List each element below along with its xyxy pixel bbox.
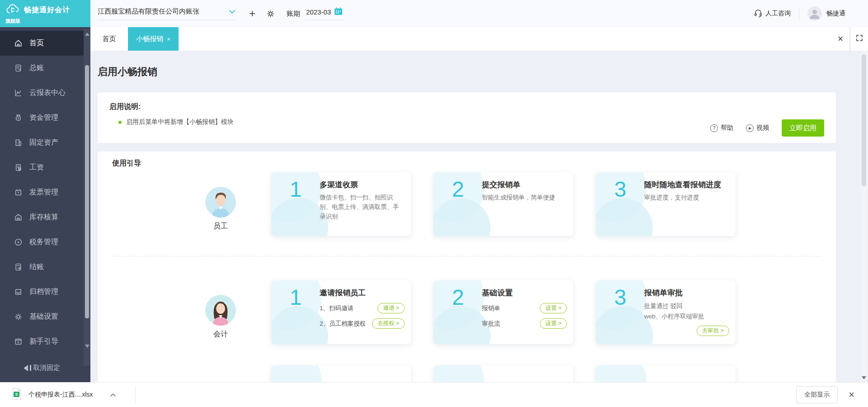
authorize-button[interactable]: 去授权 > (372, 318, 405, 329)
close-all-tabs-button[interactable]: × (832, 27, 849, 51)
period-value: 2023-03 (306, 8, 331, 16)
svg-text:S: S (15, 392, 18, 397)
headset-icon (754, 9, 763, 19)
card-desc: web、小程序双端审批 (644, 312, 729, 322)
svg-text:¥: ¥ (17, 191, 19, 194)
sidebar-item-home[interactable]: 首页 (0, 31, 90, 56)
page-title: 启用小畅报销 (98, 65, 868, 79)
svg-text:¥: ¥ (17, 117, 19, 120)
help-icon: ? (710, 124, 718, 132)
brand-name: 畅捷通好会计 (24, 5, 70, 15)
live-support-button[interactable]: 人工咨询 (754, 9, 791, 19)
username[interactable]: 畅捷通 (826, 9, 845, 18)
sidebar-item-tax[interactable]: ¥ 税务管理 (0, 230, 90, 255)
tab-home[interactable]: 首页 (90, 27, 128, 51)
sidebar-item-label: 首页 (29, 38, 44, 48)
company-selector[interactable]: 江西服宝精品有限责任公司内账张 (98, 7, 236, 20)
card-decor-circle (596, 198, 653, 236)
go-approve-button[interactable]: 去审批 > (697, 326, 729, 336)
card-line-text: 1、扫码邀请 (320, 304, 354, 312)
sidebar-item-invoices[interactable]: ¥ 发票管理 (0, 180, 90, 205)
card-title: 随时随地查看报销进度 (644, 180, 729, 190)
role-label: 会计 (205, 330, 236, 339)
page-scrollbar-thumb[interactable] (862, 54, 866, 186)
file-options-chevron[interactable] (110, 393, 116, 397)
sidebar-item-label: 基础设置 (29, 312, 58, 322)
accountant-avatar (205, 295, 236, 326)
calendar-icon (334, 7, 343, 17)
period-label: 账期 (287, 9, 300, 18)
user-avatar[interactable] (807, 6, 822, 21)
sidebar-item-label: 总账 (29, 63, 44, 73)
add-account-button[interactable]: + (249, 7, 255, 20)
sidebar-item-label: 工资 (29, 163, 44, 172)
sidebar-item-inventory[interactable]: 库存核算 (0, 205, 90, 230)
sidebar-item-funds[interactable]: ¥ 资金管理 (0, 105, 90, 130)
scroll-down-icon[interactable] (862, 376, 866, 379)
sidebar-scrollbar[interactable] (84, 29, 90, 366)
sidebar-item-fixed-assets[interactable]: 固定资产 (0, 130, 90, 155)
role-label: 员工 (205, 222, 236, 231)
play-icon: ▶ (746, 124, 754, 132)
help-link[interactable]: ? 帮助 (710, 124, 733, 132)
settings-gear-icon[interactable] (266, 9, 275, 18)
guide-card: 2 基础设置 报销单 设置 > 审批流 设置 > (434, 280, 573, 344)
card-line-text: 审批流 (482, 320, 500, 328)
excel-file-icon: S (12, 388, 22, 402)
sidebar-item-payroll[interactable]: 工资 (0, 155, 90, 180)
sidebar-item-label: 固定资产 (29, 138, 58, 147)
sidebar-item-settings[interactable]: 基础设置 (0, 304, 90, 329)
warehouse-icon (14, 213, 23, 222)
main-content: 启用小畅报销 启用说明: 启用后菜单中将新增【小畅报销】模块 ? 帮助 ▶ 视频… (90, 51, 868, 382)
sidebar: 畅捷通好会计 旗舰版 首页 ¥ 总账 云报表中心 ¥ 资金管理 固定资产 工资 (0, 0, 90, 382)
sidebar-scrollbar-thumb[interactable] (85, 65, 89, 318)
enable-now-button[interactable]: 立即启用 (782, 119, 824, 137)
guide-card: 3 随时随地查看报销进度 审批进度，支付进度 (596, 172, 736, 236)
sidebar-item-closing[interactable]: 结账 (0, 255, 90, 279)
enable-heading: 启用说明: (109, 102, 824, 112)
guide-card: 2 提交报销单 智能生成报销单，简单便捷 (434, 172, 573, 236)
guide-card-partial (596, 365, 736, 382)
scroll-down-icon[interactable] (85, 345, 90, 348)
tab-xiaochang-baoxiao[interactable]: 小畅报销 × (128, 27, 179, 51)
sidebar-item-archive[interactable]: 归档管理 (0, 279, 90, 304)
download-bar: S 个税申报表-江西....xlsx 全部显示 × (0, 382, 868, 407)
show-all-downloads-button[interactable]: 全部显示 (796, 386, 838, 403)
unpin-sidebar-button[interactable]: 取消固定 (0, 364, 84, 372)
row-divider (112, 256, 821, 256)
video-link[interactable]: ▶ 视频 (746, 124, 769, 132)
guide-card-partial (271, 365, 411, 382)
sidebar-menu: 首页 ¥ 总账 云报表中心 ¥ 资金管理 固定资产 工资 ¥ 发票管理 库存核算 (0, 27, 90, 354)
sidebar-item-beginner-guide[interactable]: 新手引导 (0, 329, 90, 354)
card-title: 多渠道收票 (320, 180, 405, 190)
period-picker[interactable]: 2023-03 (305, 7, 344, 20)
sidebar-item-label: 新手引导 (29, 337, 58, 346)
tab-window-controls: × (832, 27, 868, 51)
tab-home-label: 首页 (103, 35, 116, 43)
tab-close-icon[interactable]: × (167, 36, 170, 43)
close-download-bar-icon[interactable]: × (849, 390, 854, 400)
step-number: 3 (609, 177, 632, 202)
unpin-bar-icon (30, 365, 31, 371)
sidebar-item-general-ledger[interactable]: ¥ 总账 (0, 56, 90, 80)
sidebar-item-label: 云报表中心 (29, 88, 66, 98)
scroll-up-icon[interactable] (85, 33, 90, 36)
setup-expense-form-button[interactable]: 设置 > (540, 303, 567, 313)
invoice-icon: ¥ (14, 188, 23, 197)
guide-panel: 使用引导 员工 1 多渠道收票 微信卡包、扫一扫、拍照识别、电票上传、滴滴取票、… (98, 151, 836, 382)
enable-panel: 启用说明: 启用后菜单中将新增【小畅报销】模块 ? 帮助 ▶ 视频 立即启用 (98, 92, 836, 143)
setup-approval-flow-button[interactable]: 设置 > (540, 318, 567, 329)
downloaded-file-chip[interactable]: S 个税申报表-江西....xlsx (12, 388, 93, 402)
guide-row-employee: 员工 1 多渠道收票 微信卡包、扫一扫、拍照识别、电票上传、滴滴取票、手录识别 … (98, 172, 836, 236)
svg-text:¥: ¥ (17, 240, 19, 244)
invite-button[interactable]: 邀请 > (377, 303, 405, 313)
card-decor-circle (434, 365, 484, 382)
tab-bar: 首页 小畅报销 × × (90, 27, 868, 51)
fullscreen-button[interactable] (851, 27, 868, 51)
live-support-label: 人工咨询 (765, 9, 791, 18)
page-scrollbar[interactable] (861, 51, 867, 382)
svg-text:¥: ¥ (19, 68, 20, 71)
sidebar-item-cloud-reports[interactable]: 云报表中心 (0, 80, 90, 105)
guide-row-accountant: 会计 1 邀请报销员工 1、扫码邀请 邀请 > 2、员工档案授权 去授权 > (98, 280, 836, 344)
step-number: 1 (284, 285, 307, 310)
